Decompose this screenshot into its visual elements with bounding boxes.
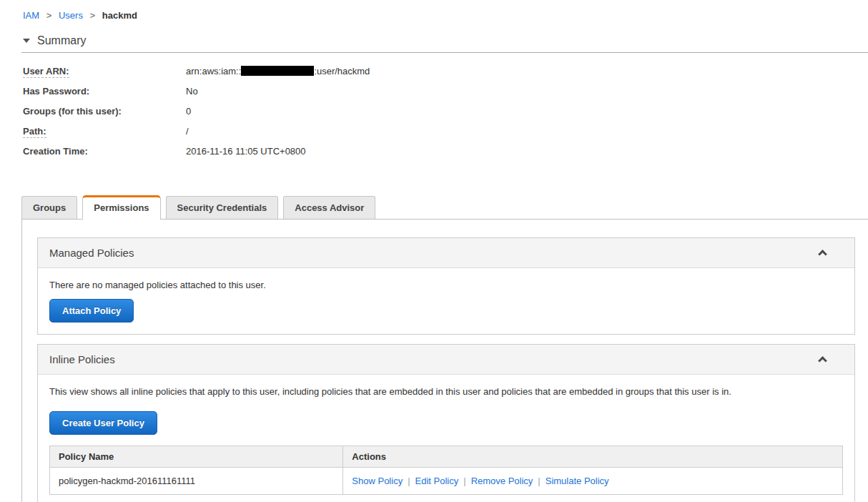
tab-security-credentials[interactable]: Security Credentials — [166, 196, 279, 219]
summary-title: Summary — [37, 34, 86, 47]
create-user-policy-button[interactable]: Create User Policy — [49, 411, 157, 435]
managed-policies-section: Managed Policies There are no managed po… — [37, 237, 855, 335]
user-arn-label: User ARN: — [23, 66, 69, 78]
field-path: Path: / — [23, 124, 868, 138]
path-value: / — [186, 124, 189, 138]
tab-bar: Groups Permissions Security Credentials … — [21, 195, 868, 219]
field-groups-count: Groups (for this user): 0 — [23, 104, 868, 118]
user-arn-value: arn:aws:iam:::user/hackmd — [186, 64, 370, 78]
attach-policy-button[interactable]: Attach Policy — [49, 299, 134, 323]
remove-policy-link[interactable]: Remove Policy — [471, 476, 533, 486]
groups-count-value: 0 — [186, 104, 191, 118]
redaction-box — [241, 66, 314, 76]
creation-time-label: Creation Time: — [23, 144, 186, 158]
inline-policies-description: This view shows all inline policies that… — [49, 386, 843, 397]
policy-name-column-header: Policy Name — [50, 446, 343, 468]
inline-policies-body: This view shows all inline policies that… — [38, 375, 854, 502]
breadcrumb-link-users[interactable]: Users — [59, 10, 83, 21]
tab-permissions[interactable]: Permissions — [82, 195, 160, 220]
managed-policies-empty-message: There are no managed policies attached t… — [49, 280, 843, 290]
chevron-up-icon[interactable] — [818, 250, 827, 259]
breadcrumb-current-user: hackmd — [102, 10, 137, 21]
summary-toggle[interactable]: Summary — [23, 34, 868, 47]
managed-policies-title: Managed Policies — [49, 247, 134, 259]
triangle-down-icon — [23, 39, 30, 43]
edit-policy-link[interactable]: Edit Policy — [415, 476, 459, 486]
action-separator: | — [408, 476, 410, 486]
breadcrumb-separator: > — [90, 10, 96, 21]
path-label: Path: — [23, 126, 46, 138]
policy-actions-cell: Show Policy|Edit Policy|Remove Policy|Si… — [343, 468, 843, 495]
breadcrumb: IAM > Users > hackmd — [0, 0, 868, 21]
field-creation-time: Creation Time: 2016-11-16 11:05 UTC+0800 — [23, 144, 868, 158]
groups-count-label: Groups (for this user): — [23, 104, 186, 118]
tab-access-advisor[interactable]: Access Advisor — [283, 196, 375, 219]
has-password-label: Has Password: — [23, 84, 186, 98]
inline-policies-header[interactable]: Inline Policies — [38, 345, 854, 375]
simulate-policy-link[interactable]: Simulate Policy — [546, 476, 609, 486]
field-user-arn: User ARN: arn:aws:iam:::user/hackmd — [23, 64, 868, 78]
action-separator: | — [463, 476, 465, 486]
creation-time-value: 2016-11-16 11:05 UTC+0800 — [186, 144, 306, 158]
actions-column-header: Actions — [343, 446, 843, 468]
policy-name-cell: policygen-hackmd-201611161111 — [50, 468, 343, 495]
chevron-up-icon[interactable] — [818, 356, 827, 365]
summary-divider — [21, 52, 868, 53]
field-has-password: Has Password: No — [23, 84, 868, 98]
managed-policies-body: There are no managed policies attached t… — [38, 268, 854, 334]
summary-fields: User ARN: arn:aws:iam:::user/hackmd Has … — [23, 64, 868, 158]
inline-policies-title: Inline Policies — [49, 353, 115, 365]
inline-policies-table: Policy Name Actions policygen-hackmd-201… — [49, 446, 843, 495]
has-password-value: No — [186, 84, 198, 98]
table-row: policygen-hackmd-201611161111 Show Polic… — [50, 468, 843, 495]
action-separator: | — [538, 476, 540, 486]
breadcrumb-separator: > — [46, 10, 52, 21]
inline-policies-section: Inline Policies This view shows all inli… — [37, 344, 855, 502]
tab-groups[interactable]: Groups — [21, 196, 77, 219]
breadcrumb-link-iam[interactable]: IAM — [23, 10, 39, 21]
show-policy-link[interactable]: Show Policy — [352, 476, 403, 486]
managed-policies-header[interactable]: Managed Policies — [38, 238, 854, 268]
permissions-tab-panel: Managed Policies There are no managed po… — [21, 219, 868, 502]
table-header-row: Policy Name Actions — [50, 446, 843, 468]
